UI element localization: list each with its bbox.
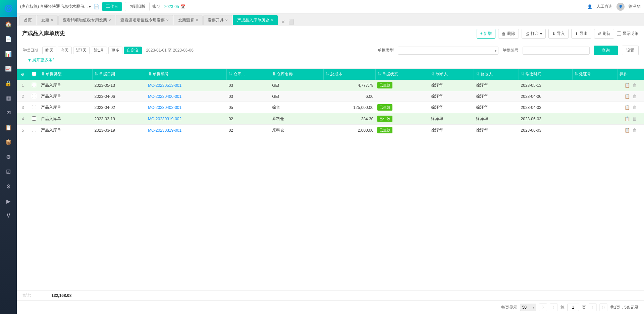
company-selector[interactable]: (库存核算) 直播轻快通信息技术股份... ▾ <box>20 4 91 9</box>
date-btn-today[interactable]: 今天 <box>58 47 72 54</box>
tab-product-history-close[interactable]: ✕ <box>271 18 273 22</box>
col-status[interactable]: ⇅ 单据状态 <box>375 69 429 80</box>
col-total-cost[interactable]: ⇅ 总成本 <box>324 69 376 80</box>
export-button[interactable]: ⬆ 导出 <box>571 29 591 39</box>
row-number-link[interactable]: MC-20230513-001 <box>148 83 181 88</box>
window-close-button[interactable]: ✕ <box>280 18 286 25</box>
row-number[interactable]: MC-20230319-001 <box>146 125 227 136</box>
next-page-button[interactable]: ⟩ <box>589 303 597 311</box>
tab-invoice-close[interactable]: ✕ <box>51 18 53 22</box>
show-detail-checkbox[interactable] <box>617 32 621 36</box>
tab-home[interactable]: 首页 <box>19 15 36 25</box>
select-all-checkbox[interactable] <box>32 72 36 76</box>
row-edit-icon[interactable]: 📋 <box>625 83 630 88</box>
new-button[interactable]: + 新增 <box>477 29 495 39</box>
sidebar-item-play[interactable]: ▶ <box>0 194 17 208</box>
sidebar-item-home[interactable]: 🏠 <box>0 17 17 32</box>
reset-button[interactable]: 设置 <box>622 46 639 55</box>
row-number[interactable]: MC-20230406-001 <box>146 91 227 102</box>
row-delete-icon[interactable]: 🗑 <box>632 116 637 121</box>
row-edit-icon[interactable]: 📋 <box>625 94 630 99</box>
row-number[interactable]: MC-20230402-001 <box>146 102 227 113</box>
col-settings[interactable]: ⚙ <box>17 69 29 80</box>
row-checkbox[interactable] <box>32 116 36 121</box>
col-creator[interactable]: ⇅ 制单人 <box>429 69 474 80</box>
tab-purchase-vat[interactable]: 查看进项增值税专用发票 ✕ <box>116 15 173 25</box>
row-checkbox[interactable] <box>32 94 36 98</box>
row-delete-icon[interactable]: 🗑 <box>632 94 637 99</box>
row-checkbox[interactable] <box>32 128 36 132</box>
tab-calc[interactable]: 发票测算 ✕ <box>174 15 203 25</box>
workbench-button[interactable]: 工作台 <box>102 2 122 11</box>
tab-calc-close[interactable]: ✕ <box>196 18 198 22</box>
type-select[interactable] <box>398 47 498 55</box>
tab-invoice[interactable]: 发票 ✕ <box>37 15 58 25</box>
query-button[interactable]: 查询 <box>594 46 618 55</box>
col-warehouse-name[interactable]: ⇅ 仓库名称 <box>270 69 324 80</box>
row-checkbox-cell[interactable] <box>29 80 39 91</box>
col-type[interactable]: ⇅ 单据类型 <box>39 69 93 80</box>
row-edit-icon[interactable]: 📋 <box>625 128 630 133</box>
row-number[interactable]: MC-20230513-001 <box>146 80 227 91</box>
tab-purchase-vat-close[interactable]: ✕ <box>166 18 169 22</box>
sidebar-item-box[interactable]: 📦 <box>0 135 17 149</box>
row-number-link[interactable]: MC-20230406-001 <box>148 94 181 99</box>
col-date[interactable]: ⇅ 单据日期 <box>93 69 146 80</box>
sidebar-item-analytics[interactable]: 📈 <box>0 61 17 76</box>
date-btn-custom[interactable]: 自定义 <box>124 47 142 54</box>
help-label[interactable]: 人工咨询 <box>596 4 612 9</box>
row-checkbox-cell[interactable] <box>29 125 39 136</box>
sidebar-item-lock[interactable]: 🔒 <box>0 76 17 90</box>
row-checkbox-cell[interactable] <box>29 113 39 125</box>
col-voucher[interactable]: ⇅ 凭证号 <box>572 69 617 80</box>
row-checkbox[interactable] <box>32 105 36 109</box>
row-delete-icon[interactable]: 🗑 <box>632 83 637 88</box>
sidebar-item-grid[interactable]: ▦ <box>0 90 17 105</box>
row-number-link[interactable]: MC-20230319-002 <box>148 117 181 121</box>
col-modify-time[interactable]: ⇅ 修改时间 <box>519 69 573 80</box>
sidebar-item-chart[interactable]: 📊 <box>0 46 17 61</box>
import-button[interactable]: ⬇ 导入 <box>548 29 569 39</box>
app-logo[interactable]: 🌀 <box>0 0 17 17</box>
tab-open-invoice-close[interactable]: ✕ <box>225 18 228 22</box>
sidebar-item-mail[interactable]: ✉ <box>0 105 17 120</box>
delete-button[interactable]: 🗑 删除 <box>498 29 519 39</box>
last-page-button[interactable]: ⟩⟩ <box>599 303 607 311</box>
tab-sales-vat[interactable]: 查看销项增值税专用发票 ✕ <box>58 15 115 25</box>
col-checkbox[interactable] <box>29 69 39 80</box>
print-button[interactable]: 🖨 打印 ▾ <box>522 29 546 39</box>
first-page-button[interactable]: ⟨⟨ <box>539 303 547 311</box>
switch-version-button[interactable]: 切到旧版 <box>125 2 150 11</box>
sidebar-item-v[interactable]: V <box>0 208 17 223</box>
row-number-link[interactable]: MC-20230319-001 <box>148 128 181 133</box>
sidebar-item-doc[interactable]: 📄 <box>0 32 17 46</box>
row-checkbox-cell[interactable] <box>29 102 39 113</box>
sidebar-item-table[interactable]: 📋 <box>0 120 17 135</box>
row-delete-icon[interactable]: 🗑 <box>632 105 637 110</box>
refresh-button[interactable]: ↺ 刷新 <box>594 29 614 39</box>
sidebar-item-settings2[interactable]: ⚙ <box>0 149 17 164</box>
show-detail-toggle[interactable]: 显示明细 <box>617 31 639 37</box>
row-checkbox-cell[interactable] <box>29 91 39 102</box>
number-filter-input[interactable] <box>523 47 590 55</box>
prev-page-button[interactable]: ⟨ <box>550 303 558 311</box>
per-page-select[interactable]: 20 50 100 <box>520 304 536 311</box>
tab-open-invoice[interactable]: 发票开具 ✕ <box>203 15 232 25</box>
col-modifier[interactable]: ⇅ 修改人 <box>474 69 519 80</box>
window-maximize-button[interactable]: ⬜ <box>288 18 294 25</box>
sidebar-item-task[interactable]: ☑ <box>0 164 17 179</box>
row-checkbox[interactable] <box>32 83 36 87</box>
date-btn-7days[interactable]: 近7天 <box>73 47 90 54</box>
row-edit-icon[interactable]: 📋 <box>625 105 630 110</box>
col-number[interactable]: ⇅ 单据编号 <box>146 69 227 80</box>
expand-conditions-btn[interactable]: ▼ 展开更多条件 <box>28 57 56 63</box>
date-btn-yesterday[interactable]: 昨天 <box>42 47 56 54</box>
sidebar-item-settings3[interactable]: ⚙ <box>0 179 17 194</box>
user-name[interactable]: 徐泽华 <box>629 4 641 9</box>
tab-sales-vat-close[interactable]: ✕ <box>108 18 111 22</box>
page-number-input[interactable] <box>567 304 579 311</box>
row-number-link[interactable]: MC-20230402-001 <box>148 105 181 110</box>
date-btn-more[interactable]: 更多 <box>108 47 122 54</box>
row-number[interactable]: MC-20230319-002 <box>146 113 227 125</box>
col-warehouse-code[interactable]: ⇅ 仓库... <box>227 69 270 80</box>
